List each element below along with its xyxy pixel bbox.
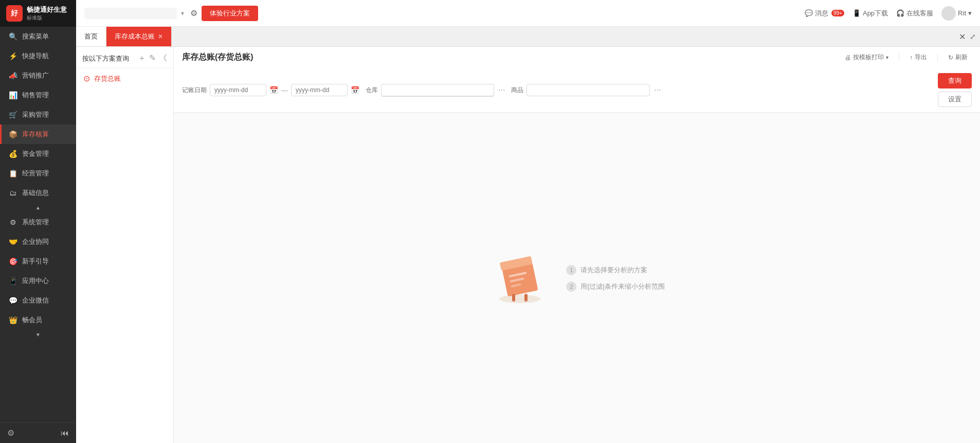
message-item[interactable]: 💬 消息 99+ <box>805 9 844 18</box>
date-start-input[interactable] <box>210 84 266 96</box>
svg-rect-6 <box>512 294 515 302</box>
sidebar-item-sales[interactable]: 📊 销售管理 <box>0 85 76 105</box>
export-icon: ↑ <box>910 54 913 61</box>
app-center-icon: 📱 <box>8 277 18 285</box>
sidebar-item-purchase[interactable]: 🛒 采购管理 <box>0 105 76 125</box>
print-chevron-icon: ▾ <box>886 55 888 60</box>
settings-icon[interactable]: ⚙ <box>7 428 14 438</box>
tab-inventory-ledger[interactable]: 库存成本总账 ✕ <box>106 27 172 46</box>
topbar-chevron-icon[interactable]: ▾ <box>181 10 184 17</box>
base-info-icon: 🗂 <box>8 189 18 197</box>
filter-action-group: 查询 设置 <box>938 73 972 107</box>
headset-icon: 🎧 <box>896 9 904 17</box>
refresh-button[interactable]: ↻ 刷新 <box>944 51 972 64</box>
date-dash: — <box>281 86 288 94</box>
toolbar: 🖨 按模板打印 ▾ ↑ 导出 ↻ 刷新 <box>841 51 972 64</box>
goods-more-icon[interactable]: ··· <box>654 85 661 95</box>
goods-filter-group: 商品 ··· <box>511 84 661 96</box>
warehouse-more-icon[interactable]: ··· <box>498 85 505 95</box>
export-button[interactable]: ↑ 导出 <box>905 51 931 64</box>
topbar: ▾ ⚙ 体验行业方案 💬 消息 99+ 📱 App下载 🎧 在线客服 Rit ▾ <box>76 0 980 27</box>
topbar-left: ▾ ⚙ 体验行业方案 <box>84 6 258 21</box>
sidebar: 好 畅捷通好生意 标准版 🔍 搜索菜单 ⚡ 快捷导航 📣 营销推广 📊 销售管理… <box>0 0 76 443</box>
sidebar-item-inventory[interactable]: 📦 库存核算 <box>0 125 76 144</box>
topbar-gear-icon[interactable]: ⚙ <box>190 8 197 18</box>
sidebar-item-member[interactable]: 👑 畅会员 <box>0 310 76 330</box>
query-button[interactable]: 查询 <box>938 73 972 88</box>
main-area: ▾ ⚙ 体验行业方案 💬 消息 99+ 📱 App下载 🎧 在线客服 Rit ▾ <box>76 0 980 443</box>
search-icon: 🔍 <box>8 32 18 41</box>
member-icon: 👑 <box>8 316 18 324</box>
empty-illustration <box>489 247 551 309</box>
tab-close-icon[interactable]: ✕ <box>158 33 163 40</box>
logo-text: 畅捷通好生意 标准版 <box>27 6 67 21</box>
online-service-item[interactable]: 🎧 在线客服 <box>896 9 933 18</box>
sidebar-item-app-center[interactable]: 📱 应用中心 <box>0 271 76 291</box>
topbar-right: 💬 消息 99+ 📱 App下载 🎧 在线客服 Rit ▾ <box>805 6 972 21</box>
marketing-icon: 📣 <box>8 72 18 80</box>
app-logo: 好 畅捷通好生意 标准版 <box>0 0 76 27</box>
industry-button[interactable]: 体验行业方案 <box>202 6 258 21</box>
collapse-icon[interactable]: ⏮ <box>61 429 69 438</box>
tab-home[interactable]: 首页 <box>76 27 106 46</box>
sidebar-nav: 🔍 搜索菜单 ⚡ 快捷导航 📣 营销推广 📊 销售管理 🛒 采购管理 📦 库存核… <box>0 27 76 422</box>
print-icon: 🖨 <box>845 54 851 61</box>
guide-icon: 🎯 <box>8 257 18 265</box>
empty-state: 1 请先选择要分析的方案 2 用[过滤]条件来缩小分析范围 <box>174 113 980 443</box>
right-panel: 库存总账(存货总账) 🖨 按模板打印 ▾ ↑ 导出 <box>174 47 980 443</box>
page-title: 库存总账(存货总账) <box>182 52 253 63</box>
sidebar-item-guide[interactable]: 🎯 新手引导 <box>0 252 76 271</box>
sidebar-item-operations[interactable]: 📋 经营管理 <box>0 164 76 183</box>
left-panel-actions: ＋ ✎ 《 <box>138 53 167 64</box>
print-button[interactable]: 🖨 按模板打印 ▾ <box>841 51 893 64</box>
sidebar-item-cooperation[interactable]: 🤝 企业协同 <box>0 232 76 252</box>
empty-hint-1: 1 请先选择要分析的方案 <box>566 265 664 275</box>
sidebar-item-base-info[interactable]: 🗂 基础信息 <box>0 183 76 203</box>
filter-row: 记账日期 📅 — 📅 仓库 ··· 商品 <box>174 68 980 113</box>
topbar-search-input[interactable] <box>89 10 141 17</box>
sidebar-item-search[interactable]: 🔍 搜索菜单 <box>0 27 76 46</box>
empty-hint-2: 2 用[过滤]条件来缩小分析范围 <box>566 281 664 292</box>
resize-icon[interactable]: ⤢ <box>970 32 976 41</box>
sidebar-item-system[interactable]: ⚙ 系统管理 <box>0 212 76 232</box>
scheme-item-inventory[interactable]: ⊙ 存货总账 <box>76 68 173 88</box>
cooperation-icon: 🤝 <box>8 238 18 246</box>
date-end-input[interactable] <box>291 84 348 96</box>
purchase-icon: 🛒 <box>8 111 18 119</box>
sidebar-scroll-up[interactable]: ▲ <box>0 203 76 212</box>
warehouse-input[interactable] <box>381 84 494 97</box>
sidebar-footer: ⚙ ⏮ <box>0 422 76 443</box>
settings-button[interactable]: 设置 <box>938 92 972 107</box>
wechat-icon: 💬 <box>8 296 18 305</box>
edit-scheme-icon[interactable]: ✎ <box>149 53 156 64</box>
sidebar-scroll-down[interactable]: ▼ <box>0 330 76 340</box>
goods-input[interactable] <box>527 84 650 96</box>
sidebar-item-quick-nav[interactable]: ⚡ 快捷导航 <box>0 46 76 66</box>
scheme-icon: ⊙ <box>83 74 90 83</box>
collapse-scheme-icon[interactable]: 《 <box>159 53 167 64</box>
sidebar-item-finance[interactable]: 💰 资金管理 <box>0 144 76 164</box>
sidebar-item-marketing[interactable]: 📣 营销推广 <box>0 66 76 85</box>
sidebar-item-wechat[interactable]: 💬 企业微信 <box>0 291 76 310</box>
svg-rect-7 <box>524 294 528 302</box>
svg-point-0 <box>499 295 540 303</box>
calendar-end-icon[interactable]: 📅 <box>351 86 359 94</box>
app-download-icon: 📱 <box>852 9 861 17</box>
user-avatar[interactable]: Rit ▾ <box>941 6 972 21</box>
date-filter-group: 记账日期 📅 — 📅 <box>182 84 359 96</box>
finance-icon: 💰 <box>8 150 18 158</box>
calendar-start-icon[interactable]: 📅 <box>269 86 278 94</box>
app-download-item[interactable]: 📱 App下载 <box>852 9 888 18</box>
tabs-spacer <box>172 27 955 46</box>
toolbar-divider-1 <box>899 54 899 62</box>
avatar <box>941 6 956 21</box>
page-header-area: 库存总账(存货总账) 🖨 按模板打印 ▾ ↑ 导出 <box>174 47 980 113</box>
inventory-icon: 📦 <box>8 130 18 138</box>
close-panel-icon[interactable]: ✕ <box>959 32 966 42</box>
tabs-bar: 首页 库存成本总账 ✕ ✕ ⤢ <box>76 27 980 47</box>
topbar-search-area[interactable] <box>84 8 177 19</box>
add-scheme-icon[interactable]: ＋ <box>138 53 146 64</box>
user-chevron-icon: ▾ <box>968 9 972 17</box>
toolbar-divider-2 <box>937 54 938 62</box>
empty-svg <box>489 247 551 309</box>
